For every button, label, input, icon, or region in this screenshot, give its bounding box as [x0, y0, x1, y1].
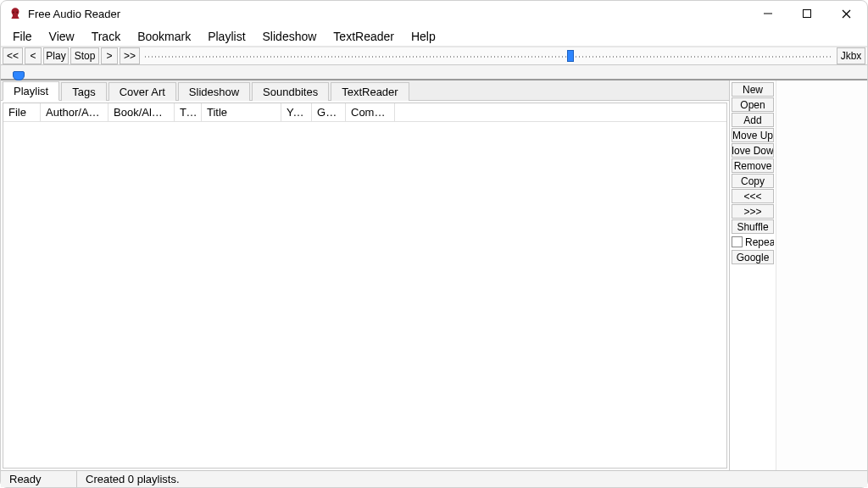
stop-button[interactable]: Stop [70, 47, 99, 64]
status-ready: Ready [1, 471, 77, 487]
forward-button[interactable]: >> [120, 47, 140, 64]
svg-point-0 [13, 12, 14, 14]
column-header[interactable]: Book/Album [108, 103, 175, 121]
menu-bookmark[interactable]: Bookmark [129, 28, 199, 45]
menu-track[interactable]: Track [83, 28, 129, 45]
google-button[interactable]: Google [732, 250, 774, 264]
tab-textreader[interactable]: TextReader [331, 82, 409, 101]
tab-slideshow[interactable]: Slideshow [178, 82, 250, 101]
view-tabs: Playlist Tags Cover Art Slideshow Soundb… [1, 80, 729, 101]
table-header-row: FileAuthor/ArtistBook/AlbumTr...TitleYea… [3, 103, 726, 122]
next-button[interactable]: > [101, 47, 118, 64]
minimize-button[interactable] [748, 1, 787, 26]
menu-view[interactable]: View [41, 28, 83, 45]
column-header[interactable]: Title [202, 103, 281, 121]
column-header[interactable]: Year [281, 103, 312, 121]
move-down-button[interactable]: love Dow [732, 143, 774, 158]
tab-playlist[interactable]: Playlist [3, 81, 59, 101]
side-button-panel: New Open Add Move Up love Dow Remove Cop… [730, 80, 776, 470]
app-title: Free Audio Reader [28, 8, 120, 20]
svg-point-1 [16, 12, 18, 14]
app-icon [8, 6, 23, 21]
menu-playlist[interactable]: Playlist [199, 28, 253, 45]
svg-rect-3 [804, 10, 811, 18]
column-header[interactable]: Comment [346, 103, 395, 121]
skip-back-button[interactable]: <<< [732, 189, 774, 203]
column-header[interactable]: Genre [312, 103, 346, 121]
rewind-button[interactable]: << [3, 47, 23, 64]
seek-slider[interactable] [145, 47, 832, 64]
playlist-table[interactable]: FileAuthor/ArtistBook/AlbumTr...TitleYea… [3, 103, 727, 469]
add-button[interactable]: Add [732, 113, 774, 127]
content-area: Playlist Tags Cover Art Slideshow Soundb… [1, 80, 867, 470]
new-button[interactable]: New [732, 82, 774, 97]
menubar: File View Track Bookmark Playlist Slides… [1, 26, 867, 47]
move-up-button[interactable]: Move Up [732, 128, 774, 142]
copy-button[interactable]: Copy [732, 174, 774, 188]
repeat-label: Repea [745, 236, 774, 248]
column-header[interactable]: Author/Artist [41, 103, 108, 121]
column-header[interactable]: File [3, 103, 41, 121]
menu-slideshow[interactable]: Slideshow [254, 28, 326, 45]
skip-forward-button[interactable]: >>> [732, 204, 774, 219]
checkbox-icon [732, 236, 743, 247]
menu-file[interactable]: File [4, 28, 41, 45]
titlebar: Free Audio Reader [1, 1, 867, 26]
tab-tags[interactable]: Tags [61, 82, 106, 101]
app-window: Free Audio Reader File View Track Bookma… [0, 0, 868, 488]
statusbar: Ready Created 0 playlists. [1, 470, 867, 487]
transport-toolbar: << < Play Stop > >> Jkbx [1, 47, 867, 65]
playlist-pane: Playlist Tags Cover Art Slideshow Soundb… [1, 80, 730, 470]
shuffle-button[interactable]: Shuffle [732, 219, 774, 234]
jukebox-button[interactable]: Jkbx [837, 47, 865, 64]
play-button[interactable]: Play [43, 47, 69, 64]
tab-coverart[interactable]: Cover Art [108, 82, 176, 101]
maximize-button[interactable] [787, 1, 826, 26]
menu-help[interactable]: Help [403, 28, 444, 45]
menu-textreader[interactable]: TextReader [325, 28, 403, 45]
tab-soundbites[interactable]: Soundbites [252, 82, 329, 101]
open-button[interactable]: Open [732, 97, 774, 112]
prev-button[interactable]: < [25, 47, 42, 64]
empty-right-pane [776, 80, 867, 470]
repeat-checkbox[interactable]: Repea [732, 235, 774, 249]
status-message: Created 0 playlists. [77, 471, 188, 487]
volume-slider[interactable] [1, 65, 867, 80]
column-header[interactable]: Tr... [175, 103, 202, 121]
remove-button[interactable]: Remove [732, 158, 774, 173]
close-button[interactable] [826, 1, 865, 26]
